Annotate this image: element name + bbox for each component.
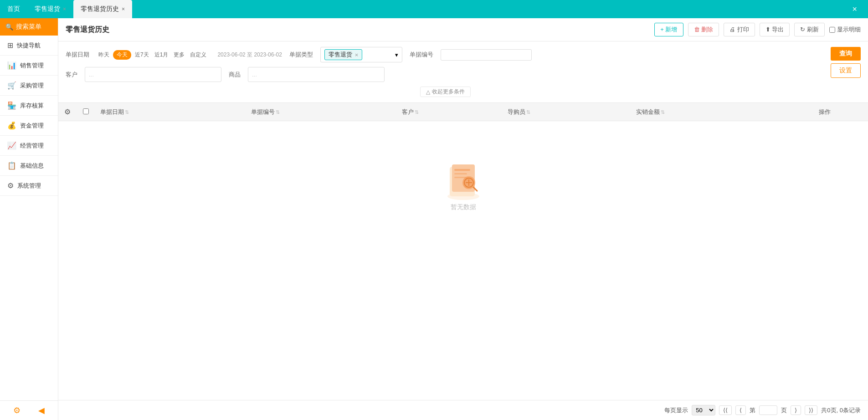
- table-settings-icon[interactable]: ⚙: [64, 108, 71, 116]
- per-page-select[interactable]: 102050100: [692, 405, 715, 415]
- sidebar-item-quick-nav[interactable]: ⊞快捷导航: [0, 36, 58, 56]
- new-button[interactable]: + 新增: [654, 23, 683, 36]
- filter-row-1: 单据日期 昨天今天近7天近1月更多自定义 2023-06-02 至 2023-0…: [66, 47, 825, 62]
- content-area: 零售退货历史 + 新增 🗑 删除 🖨 打印 ⬆ 导出 ↻ 刷新 显示明细: [58, 18, 868, 420]
- show-detail-checkbox[interactable]: [829, 27, 835, 33]
- col-header-amount[interactable]: 实销金额⇅: [631, 103, 781, 121]
- sidebar-label-business: 经营管理: [20, 142, 44, 150]
- empty-illustration: [441, 158, 486, 203]
- customer-select[interactable]: ...: [85, 67, 221, 82]
- page-title: 零售退货历史: [66, 25, 109, 35]
- export-button[interactable]: ⬆ 导出: [760, 23, 790, 36]
- sidebar-item-business[interactable]: 📈经营管理: [0, 136, 58, 156]
- sidebar-label-quick-nav: 快捷导航: [17, 41, 41, 50]
- goods-label: 商品: [229, 71, 241, 79]
- system-icon: ⚙: [7, 181, 14, 190]
- filter-section: 单据日期 昨天今天近7天近1月更多自定义 2023-06-02 至 2023-0…: [66, 47, 861, 97]
- filter-buttons: 查询 设置: [825, 47, 861, 78]
- show-detail-toggle[interactable]: 显示明细: [829, 26, 861, 34]
- goods-select[interactable]: ...: [248, 67, 385, 82]
- show-detail-label: 显示明细: [837, 26, 861, 34]
- sidebar-label-sales: 销售管理: [20, 61, 44, 70]
- sidebar-item-sales[interactable]: 📊销售管理: [0, 56, 58, 76]
- tab-home[interactable]: 首页: [0, 0, 27, 18]
- sort-icon-guide: ⇅: [526, 109, 530, 115]
- business-icon: 📈: [7, 141, 16, 150]
- sidebar-item-finance[interactable]: 💰资金管理: [0, 116, 58, 136]
- top-bar: 首页零售退货×零售退货历史× ×: [0, 0, 868, 18]
- sort-icon-customer: ⇅: [415, 109, 419, 115]
- doc-type-value: 零售退货: [329, 51, 352, 59]
- settings-icon[interactable]: ⚙: [13, 405, 21, 415]
- sidebar-label-system: 系统管理: [17, 182, 41, 190]
- delete-button[interactable]: 🗑 删除: [688, 23, 719, 36]
- tab-retail-return[interactable]: 零售退货×: [27, 0, 73, 18]
- col-header-customer[interactable]: 客户⇅: [396, 103, 502, 121]
- data-table: ⚙单据日期⇅单据编号⇅客户⇅导购员⇅实销金额⇅操作: [58, 103, 868, 121]
- refresh-button[interactable]: ↻ 刷新: [794, 23, 825, 36]
- sidebar-item-basic-info[interactable]: 📋基础信息: [0, 156, 58, 176]
- tab-list: 首页零售退货×零售退货历史×: [0, 0, 848, 18]
- filter-area: 单据日期 昨天今天近7天近1月更多自定义 2023-06-02 至 2023-0…: [58, 41, 868, 103]
- date-shortcut-更多[interactable]: 更多: [172, 50, 186, 60]
- date-shortcut-今天[interactable]: 今天: [113, 50, 131, 60]
- sidebar-search-label: 搜索菜单: [16, 23, 41, 31]
- date-shortcut-昨天[interactable]: 昨天: [97, 50, 111, 60]
- collapse-icon: △: [426, 89, 430, 95]
- filter-row-2: 客户 ... 商品 ...: [66, 67, 825, 82]
- sidebar-item-system[interactable]: ⚙系统管理: [0, 176, 58, 196]
- page-header: 零售退货历史 + 新增 🗑 删除 🖨 打印 ⬆ 导出 ↻ 刷新 显示明细: [58, 18, 868, 41]
- col-header-date[interactable]: 单据日期⇅: [95, 103, 246, 121]
- table-header: ⚙单据日期⇅单据编号⇅客户⇅导购员⇅实销金额⇅操作: [58, 103, 868, 121]
- pagination: 每页显示 102050100 ⟨⟨ ⟨ 第 1 页 ⟩ ⟩⟩ 共0页, 0条记录: [58, 400, 868, 420]
- sidebar-item-purchase[interactable]: 🛒采购管理: [0, 76, 58, 96]
- tab-retail-return-history[interactable]: 零售退货历史×: [73, 0, 132, 18]
- doc-no-label: 单据编号: [410, 51, 433, 59]
- print-button[interactable]: 🖨 打印: [724, 23, 755, 36]
- close-window-button[interactable]: ×: [848, 5, 861, 14]
- sidebar-label-inventory: 库存核算: [20, 102, 44, 110]
- col-header-checkbox: [77, 103, 95, 121]
- finance-icon: 💰: [7, 121, 16, 130]
- col-header-no[interactable]: 单据编号⇅: [246, 103, 396, 121]
- svg-rect-3: [454, 169, 470, 171]
- page-number-input[interactable]: 1: [759, 405, 777, 415]
- empty-state: 暂无数据: [58, 121, 868, 248]
- tab-label: 零售退货历史: [81, 5, 119, 13]
- tab-label: 零售退货: [35, 5, 60, 13]
- prev-page-button[interactable]: ⟨: [735, 405, 746, 415]
- sort-icon-date: ⇅: [125, 109, 129, 115]
- collapse-button[interactable]: △ 收起更多条件: [420, 87, 471, 97]
- date-shortcuts: 昨天今天近7天近1月更多自定义: [97, 50, 208, 60]
- date-shortcut-近7天[interactable]: 近7天: [133, 50, 151, 60]
- sidebar-item-inventory[interactable]: 🏪库存核算: [0, 96, 58, 116]
- sidebar-items: ⊞快捷导航📊销售管理🛒采购管理🏪库存核算💰资金管理📈经营管理📋基础信息⚙系统管理: [0, 36, 58, 196]
- date-shortcut-自定义[interactable]: 自定义: [188, 50, 208, 60]
- tab-close-retail-return-history[interactable]: ×: [122, 6, 125, 12]
- collapse-sidebar-icon[interactable]: ◀: [38, 405, 45, 415]
- first-page-button[interactable]: ⟨⟨: [719, 405, 732, 415]
- collapse-label: 收起更多条件: [432, 88, 465, 96]
- doc-type-clear[interactable]: ×: [355, 51, 359, 58]
- inventory-icon: 🏪: [7, 101, 16, 110]
- purchase-icon: 🛒: [7, 81, 16, 90]
- date-shortcut-近1月[interactable]: 近1月: [153, 50, 170, 60]
- filter-settings-button[interactable]: 设置: [831, 63, 861, 78]
- sidebar-label-basic-info: 基础信息: [20, 162, 44, 170]
- doc-type-select[interactable]: 零售退货 × ▾: [320, 47, 402, 62]
- sidebar-search[interactable]: 🔍 搜索菜单: [0, 18, 58, 36]
- sidebar-bottom: ⚙ ◀: [0, 400, 58, 420]
- tab-close-retail-return[interactable]: ×: [63, 6, 66, 12]
- filter-main: 单据日期 昨天今天近7天近1月更多自定义 2023-06-02 至 2023-0…: [66, 47, 825, 97]
- doc-type-tag: 零售退货 ×: [324, 49, 363, 60]
- next-page-button[interactable]: ⟩: [791, 405, 801, 415]
- sort-icon-no: ⇅: [276, 109, 280, 115]
- collapse-row: △ 收起更多条件: [66, 87, 825, 97]
- select-all-checkbox[interactable]: [83, 108, 89, 114]
- doc-no-input[interactable]: [441, 49, 532, 61]
- goods-placeholder: ...: [252, 69, 257, 80]
- col-header-guide[interactable]: 导购员⇅: [502, 103, 631, 121]
- sales-icon: 📊: [7, 61, 16, 70]
- query-button[interactable]: 查询: [831, 47, 861, 61]
- last-page-button[interactable]: ⟩⟩: [805, 405, 817, 415]
